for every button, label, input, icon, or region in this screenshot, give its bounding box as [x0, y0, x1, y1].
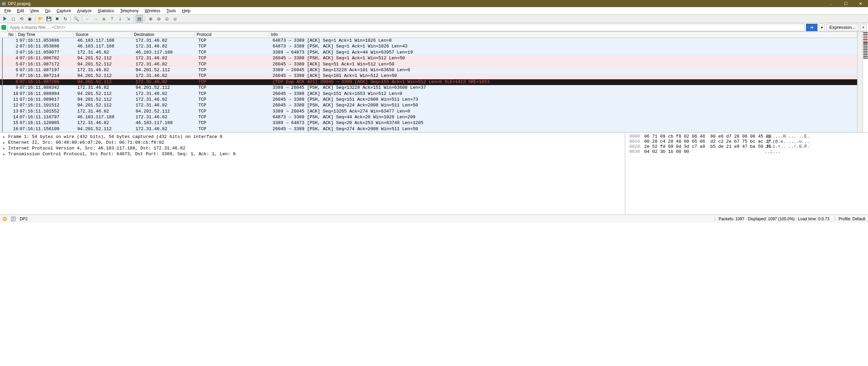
packet-row[interactable]: 907:16:11.088342172.31.46.8294.201.52.11…: [0, 85, 857, 91]
menu-telephony[interactable]: Telephony: [117, 7, 142, 14]
go-first-icon[interactable]: ⤒: [108, 15, 116, 22]
packet-row[interactable]: 1107:16:11.08981794.201.52.112172.31.46.…: [0, 97, 857, 103]
packet-row[interactable]: 807:16:11.08728694.201.52.112172.31.46.8…: [0, 79, 857, 85]
packet-bytes-pane[interactable]: 000006 71 09 cb f8 02 06 48 80 e6 d7 20 …: [625, 133, 868, 215]
status-profile[interactable]: Profile: Default: [835, 217, 865, 221]
menu-view[interactable]: View: [27, 7, 42, 14]
expand-toggle-icon[interactable]: ▸: [3, 140, 6, 145]
reload-icon[interactable]: ↻: [61, 15, 69, 22]
close-button[interactable]: ✕: [853, 0, 868, 7]
display-filter-input[interactable]: [7, 24, 805, 31]
col-info[interactable]: Info: [269, 32, 857, 38]
menu-edit[interactable]: Edit: [14, 7, 27, 14]
status-packets: Packets: 1097 · Displayed: 1097 (100.0%)…: [715, 217, 829, 221]
restart-capture-icon[interactable]: ⟲: [18, 15, 25, 22]
zoom-out-icon[interactable]: ⊖: [155, 15, 162, 22]
zoom-reset-icon[interactable]: ⊙: [163, 15, 171, 22]
packet-row[interactable]: 1207:16:11.10151294.201.52.112172.31.46.…: [0, 103, 857, 108]
expand-toggle-icon[interactable]: ▸: [3, 134, 6, 140]
menu-statistics[interactable]: Statistics: [95, 7, 117, 14]
status-file: DP2: [20, 217, 27, 221]
menu-wireless[interactable]: Wireless: [142, 7, 163, 14]
col-time[interactable]: Day Time: [16, 32, 74, 38]
titlebar: DP2.pcapng ﹘ ☐ ✕: [0, 0, 868, 7]
display-filter-bar: ➔ ▾ Expression... +: [0, 23, 868, 32]
maximize-button[interactable]: ☐: [838, 0, 853, 7]
menu-tools[interactable]: Tools: [163, 7, 179, 14]
capture-options-icon[interactable]: ◉: [26, 15, 33, 22]
hex-row[interactable]: 003004 02 3b 1b 00 00..;...: [629, 149, 865, 154]
packet-list-header[interactable]: No Day Time Source Destination Protocol …: [0, 32, 857, 38]
expand-toggle-icon[interactable]: ▸: [3, 146, 6, 151]
apply-filter-button[interactable]: ➔: [806, 24, 817, 31]
go-forward-icon[interactable]: →: [92, 15, 99, 22]
packet-row[interactable]: 507:16:11.08717294.201.52.112172.31.46.8…: [0, 62, 857, 67]
filter-bookmark-icon[interactable]: [1, 25, 6, 30]
col-protocol[interactable]: Protocol: [195, 32, 269, 38]
filter-history-dropdown[interactable]: ▾: [819, 24, 825, 31]
menu-go[interactable]: Go: [42, 7, 54, 14]
col-destination[interactable]: Destination: [132, 32, 195, 38]
expert-info-icon[interactable]: [3, 217, 7, 221]
packet-row[interactable]: 1307:16:11.101552172.31.46.8294.201.52.1…: [0, 109, 857, 115]
detail-tree-row[interactable]: ▸Frame 1: 54 bytes on wire (432 bits), 5…: [3, 134, 625, 140]
menubar: FileEditViewGoCaptureAnalyzeStatisticsTe…: [0, 7, 868, 15]
hex-row[interactable]: 001000 28 c4 28 40 00 65 06 d2 c2 2e b7 …: [629, 139, 865, 144]
packet-row[interactable]: 307:16:11.059077172.31.46.8246.183.117.1…: [0, 50, 857, 56]
capture-file-props-icon[interactable]: [11, 217, 16, 221]
packet-row[interactable]: 1407:16:11.11679746.183.117.188172.31.46…: [0, 115, 857, 120]
start-capture-icon[interactable]: [1, 15, 9, 22]
window-title: DP2.pcapng: [8, 1, 31, 6]
menu-capture[interactable]: Capture: [54, 7, 74, 14]
open-file-icon[interactable]: 📂: [37, 15, 44, 22]
menu-help[interactable]: Help: [179, 7, 194, 14]
colorize-icon[interactable]: ▤: [136, 15, 143, 22]
go-to-packet-icon[interactable]: ≣: [100, 15, 107, 22]
packet-row[interactable]: 407:16:11.08678294.201.52.112172.31.46.8…: [0, 56, 857, 61]
packet-row[interactable]: 207:16:11.05388646.183.117.188172.31.46.…: [0, 44, 857, 49]
statusbar: DP2 Packets: 1097 · Displayed: 1097 (100…: [0, 215, 868, 223]
packet-row[interactable]: 707:16:11.08721494.201.52.112172.31.46.8…: [0, 73, 857, 79]
hex-row[interactable]: 000006 71 09 cb f8 02 06 48 80 e6 d7 20 …: [629, 134, 865, 139]
packet-row[interactable]: 1607:16:11.15610994.201.52.112172.31.46.…: [0, 126, 857, 132]
packet-list-scrollbar[interactable]: [857, 32, 863, 132]
go-back-icon[interactable]: ←: [84, 15, 91, 22]
col-source[interactable]: Source: [74, 32, 132, 38]
resize-columns-icon[interactable]: ⫼: [171, 15, 179, 22]
col-no[interactable]: No: [0, 32, 16, 38]
packet-row[interactable]: 1507:16:11.120985172.31.46.8246.183.117.…: [0, 120, 857, 126]
detail-tree-row[interactable]: ▸Internet Protocol Version 4, Src: 46.18…: [3, 145, 625, 151]
packet-row[interactable]: 1007:16:11.08898494.201.52.112172.31.46.…: [0, 91, 857, 97]
detail-tree-row[interactable]: ▸Ethernet II, Src: 06:48:80:e6:d7:20, Ds…: [3, 140, 625, 145]
minimize-button[interactable]: ﹘: [823, 0, 838, 7]
menu-analyze[interactable]: Analyze: [74, 7, 95, 14]
main-toolbar: ◻ ⟲ ◉ 📂 💾 ✖ ↻ 🔍 ← → ≣ ⤒ ⤓ ⇲ ▤ ⊕ ⊖ ⊙ ⫼: [0, 15, 868, 23]
menu-file[interactable]: File: [1, 7, 14, 14]
detail-tree-row[interactable]: ▸Transmission Control Protocol, Src Port…: [3, 151, 625, 157]
packet-row[interactable]: 607:16:11.087197172.31.46.8294.201.52.11…: [0, 67, 857, 73]
close-file-icon[interactable]: ✖: [53, 15, 61, 22]
packet-minimap[interactable]: [863, 32, 868, 132]
auto-scroll-icon[interactable]: ⇲: [124, 15, 132, 22]
expression-button[interactable]: Expression...: [826, 24, 859, 31]
go-last-icon[interactable]: ⤓: [116, 15, 124, 22]
stop-capture-icon[interactable]: ◻: [9, 15, 17, 22]
packet-list-pane: No Day Time Source Destination Protocol …: [0, 32, 868, 133]
zoom-in-icon[interactable]: ⊕: [147, 15, 154, 22]
packet-details-pane[interactable]: ▸Frame 1: 54 bytes on wire (432 bits), 5…: [0, 133, 625, 215]
packet-row[interactable]: 107:16:11.05388646.183.117.188172.31.46.…: [0, 38, 857, 44]
expand-toggle-icon[interactable]: ▸: [3, 151, 6, 157]
hex-row[interactable]: 00202e 52 fd 69 0d 3d c7 a9 b5 de 21 e9 …: [629, 144, 865, 149]
find-packet-icon[interactable]: 🔍: [73, 15, 80, 22]
save-file-icon[interactable]: 💾: [45, 15, 53, 22]
add-filter-button[interactable]: +: [860, 24, 867, 31]
app-icon: [1, 1, 6, 6]
